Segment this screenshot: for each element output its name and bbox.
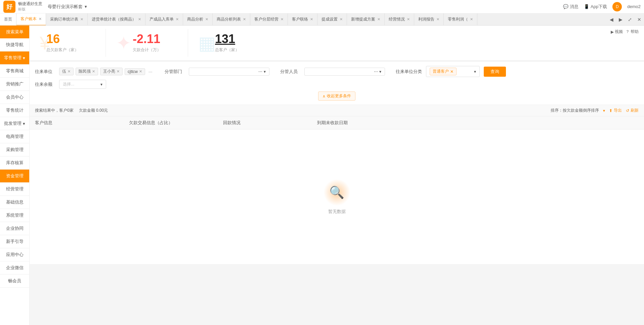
tab-commission-settings[interactable]: 提成设置 ✕: [317, 13, 347, 26]
message-button[interactable]: 💬 消息: [563, 4, 578, 10]
tab-product-analysis-list-close[interactable]: ✕: [243, 17, 246, 22]
tab-purchase-order-stats-close[interactable]: ✕: [80, 17, 83, 22]
header-right: 💬 消息 📱 App下载 D demo2: [563, 2, 641, 11]
retail-management-chevron: ▾: [23, 56, 25, 61]
tab-purchase-order-stats[interactable]: 采购订单统计表 ✕: [46, 13, 88, 26]
tab-commission-settings-close[interactable]: ✕: [340, 17, 343, 22]
sidebar-item-ecommerce[interactable]: 电商管理: [0, 130, 29, 143]
search-amount: 欠款金额 0.00元: [79, 108, 108, 113]
query-button[interactable]: 查询: [484, 67, 506, 77]
sidebar-item-retail-mall[interactable]: 零售商城: [0, 65, 29, 78]
page-content: ¥ 16 总欠款客户（家） ✦ -2.11 欠款合计（万） ▦ 131 总客户（…: [30, 26, 644, 325]
download-icon: 📱: [584, 4, 589, 9]
filter-tag-wu: 伍 ✕: [59, 68, 74, 75]
unit-type-label: 往来单位分类: [396, 69, 422, 75]
tab-product-analysis[interactable]: 商品分析 ✕: [183, 13, 213, 26]
sidebar-item-purchase[interactable]: 采购管理: [0, 143, 29, 156]
retail-mall-label: 零售商城: [6, 68, 24, 73]
collapse-button[interactable]: ∧ 收起更多条件: [318, 92, 355, 101]
sidebar-item-app-center[interactable]: 应用中心: [0, 248, 29, 261]
tab-home[interactable]: 首页: [0, 13, 16, 26]
tab-retail-profit[interactable]: 零售利润（ ✕: [444, 13, 477, 26]
tab-add-commission[interactable]: 新增提成方案 ✕: [347, 13, 385, 26]
search-count: 搜索结果中，客户0家: [35, 108, 74, 113]
tab-add-commission-close[interactable]: ✕: [377, 17, 380, 22]
system-label: 系统管理: [6, 213, 24, 218]
tab-business-status-close[interactable]: ✕: [407, 17, 410, 22]
filter-area: 往来单位 伍 ✕ 陈民强 ✕ 王小亮 ✕: [30, 62, 644, 105]
sidebar-item-wechat[interactable]: 企业微信: [0, 261, 29, 275]
dept-label: 分管部门: [165, 69, 185, 75]
sidebar: 搜索菜单 快捷导航 零售管理 ▾ 零售商城 营销推广 会员中心 零售统计 批: [0, 26, 30, 325]
tab-scroll-right[interactable]: ▶: [616, 17, 625, 22]
search-results-right: 排序：按欠款金额倒序排序 ▾ ⬆ 导出 ↺ 刷新: [551, 108, 639, 113]
tab-customer-ledger-close[interactable]: ✕: [39, 17, 42, 21]
tag-cjttcw-close[interactable]: ✕: [139, 69, 142, 74]
filter-row-2: 往来余额 选择... ▾: [35, 80, 639, 89]
tab-business-status[interactable]: 经营情况 ✕: [385, 13, 414, 26]
tab-customer-contact[interactable]: 客户联络 ✕: [288, 13, 317, 26]
export-button[interactable]: ⬆ 导出: [609, 108, 622, 113]
sidebar-item-guide[interactable]: 新手引导: [0, 235, 29, 248]
tab-product-analysis-close[interactable]: ✕: [205, 17, 208, 22]
workspace-dropdown-icon[interactable]: ▾: [85, 4, 87, 9]
workspace-label: 母婴行业演示帐套: [48, 4, 83, 10]
help-button[interactable]: ？ 帮助: [626, 29, 639, 35]
tab-production-close[interactable]: ✕: [176, 17, 179, 22]
user-avatar[interactable]: D: [612, 2, 622, 11]
app-title: 畅捷通好生意: [18, 1, 42, 7]
sidebar-item-enterprise[interactable]: 企业协同: [0, 222, 29, 235]
tab-close-all[interactable]: ✕: [635, 17, 644, 22]
tab-arrows: ◀ ▶ ⤢ ✕: [607, 17, 644, 22]
tab-customer-contact-close[interactable]: ✕: [310, 17, 313, 22]
sidebar-item-finance[interactable]: 资金管理: [0, 170, 29, 183]
tab-customer-ledger[interactable]: 客户账本 ✕: [16, 13, 46, 26]
unit-type-select[interactable]: 普通客户 ✕ ▾: [426, 66, 480, 77]
sidebar-item-basics[interactable]: 基础信息: [0, 196, 29, 209]
sidebar-quick-nav[interactable]: 快捷导航: [0, 38, 29, 51]
finance-label: 资金管理: [6, 173, 24, 178]
app-download-button[interactable]: 📱 App下载: [584, 4, 607, 10]
balance-select[interactable]: 选择... ▾: [59, 80, 106, 89]
video-help-button[interactable]: ▶ 视频: [611, 29, 623, 35]
tag-wang-close[interactable]: ✕: [117, 69, 120, 74]
tag-wu-close[interactable]: ✕: [68, 69, 71, 74]
app-subtitle: 标版: [18, 7, 42, 12]
tab-goods-incoming-close[interactable]: ✕: [138, 17, 141, 22]
sidebar-search[interactable]: 搜索菜单: [0, 26, 29, 38]
dept-select[interactable]: ⋯ ▾: [189, 68, 269, 76]
tag-chen-text: 陈民强: [79, 69, 91, 74]
sidebar-item-operations[interactable]: 经营管理: [0, 183, 29, 196]
tab-production[interactable]: 产成品入库单 ✕: [145, 13, 183, 26]
sidebar-item-wholesale[interactable]: 批发管理 ▾: [0, 117, 29, 130]
sidebar-item-inventory[interactable]: 库存核算: [0, 156, 29, 170]
tab-goods-incoming[interactable]: 进货单统计表（按商品） ✕: [88, 13, 145, 26]
sidebar-item-system[interactable]: 系统管理: [0, 209, 29, 222]
more-tags-button[interactable]: ···: [147, 68, 154, 75]
tab-scroll-left[interactable]: ◀: [607, 17, 616, 22]
refresh-button[interactable]: ↺ 刷新: [626, 108, 639, 113]
tab-profit-report[interactable]: 利润报告 ✕: [414, 13, 444, 26]
retail-stats-label: 零售统计: [6, 108, 24, 113]
tab-customer-layer[interactable]: 客户分层经营 ✕: [250, 13, 288, 26]
marketing-label: 营销推广: [6, 81, 24, 86]
tab-expand[interactable]: ⤢: [625, 17, 635, 22]
sidebar-item-marketing[interactable]: 营销推广: [0, 78, 29, 91]
tab-retail-profit-close[interactable]: ✕: [470, 17, 473, 22]
avatar-initial: D: [616, 4, 619, 9]
sidebar-item-member-center[interactable]: 会员中心: [0, 91, 29, 104]
tab-profit-report-close[interactable]: ✕: [436, 17, 439, 22]
stats-row: ¥ 16 总欠款客户（家） ✦ -2.11 欠款合计（万） ▦ 131 总客户（…: [30, 26, 644, 61]
person-select[interactable]: ⋯ ▾: [304, 68, 385, 76]
unit-type-tag-close[interactable]: ✕: [450, 69, 454, 74]
nav-tabs: 首页 客户账本 ✕ 采购订单统计表 ✕ 进货单统计表（按商品） ✕ 产成品入库单…: [0, 13, 644, 26]
tab-product-analysis-list[interactable]: 商品分析列表 ✕: [213, 13, 250, 26]
sidebar-item-retail-stats[interactable]: 零售统计: [0, 104, 29, 117]
unit-type-dropdown-icon: ▾: [474, 69, 476, 74]
sidebar-item-retail-management[interactable]: 零售管理 ▾: [0, 51, 29, 65]
workspace-selector[interactable]: 母婴行业演示帐套 ▾: [45, 4, 90, 10]
tag-chen-close[interactable]: ✕: [92, 69, 95, 74]
sidebar-item-member[interactable]: 畅会员: [0, 275, 29, 288]
tab-home-label: 首页: [4, 16, 12, 22]
tab-customer-layer-close[interactable]: ✕: [281, 17, 284, 22]
